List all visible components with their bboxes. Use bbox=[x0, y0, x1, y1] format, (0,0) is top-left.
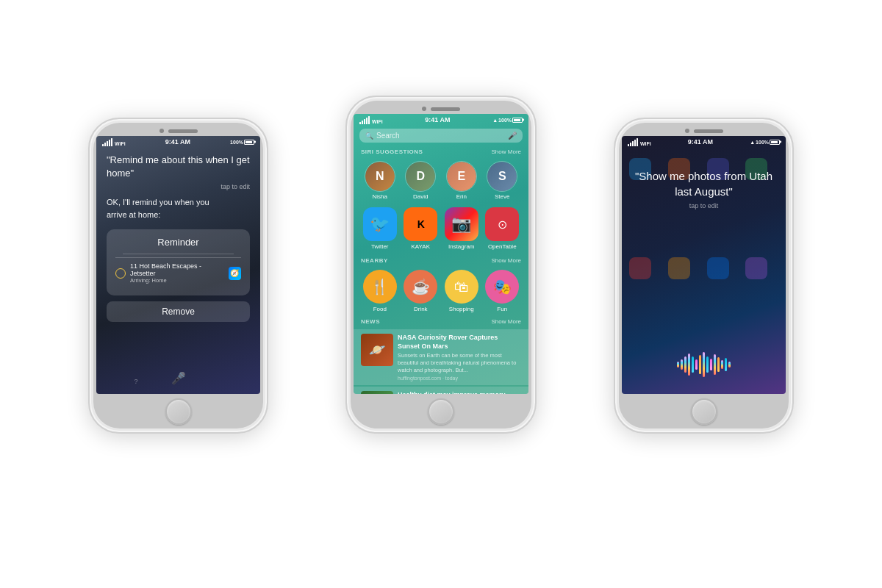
reminder-card: Reminder 11 Hot Beach Escapes - Jetsette… bbox=[107, 229, 250, 295]
phone-center-inner: WiFi 9:41 AM ▲ 100% 🔍 Search 🎤 bbox=[351, 101, 531, 429]
news-item-2[interactable]: 🥗 Healthy diet may improve memory, says … bbox=[354, 387, 528, 394]
news-thumb-img-mars: 🪐 bbox=[361, 334, 393, 366]
phone-right-inner: WiFi 9:41 AM ▲ 100% bbox=[619, 123, 789, 429]
search-text: Search bbox=[376, 132, 505, 140]
mic-icon-center[interactable]: 🎤 bbox=[508, 132, 517, 140]
news-text-mars: NASA Curiosity Rover Captures Sunset On … bbox=[398, 334, 521, 381]
reminder-item-text: 11 Hot Beach Escapes - Jetsetter bbox=[130, 262, 224, 277]
home-button-right[interactable] bbox=[691, 398, 717, 425]
nearby-label: NEARBY bbox=[361, 257, 388, 264]
show-more-nearby[interactable]: Show More bbox=[492, 257, 521, 264]
battery-right: ▲ 100% bbox=[750, 140, 780, 145]
reminder-circle bbox=[115, 268, 126, 279]
kayak-icon: K bbox=[404, 207, 437, 241]
phone-right: WiFi 9:41 AM ▲ 100% bbox=[614, 118, 794, 434]
phone-right-top bbox=[619, 123, 789, 136]
battery-pct-left: 100% bbox=[230, 140, 243, 145]
nearby-fun[interactable]: 🎭 Fun bbox=[485, 270, 519, 312]
nearby-shopping[interactable]: 🛍 Shopping bbox=[445, 270, 478, 312]
news-item-1[interactable]: 🪐 NASA Curiosity Rover Captures Sunset O… bbox=[354, 329, 528, 385]
wave-bar-12 bbox=[717, 357, 720, 372]
wave-bar-6 bbox=[695, 359, 698, 370]
time-left: 9:41 AM bbox=[165, 138, 190, 146]
news-thumbnail-health: 🥗 bbox=[361, 391, 393, 394]
tap-to-edit-left[interactable]: tap to edit bbox=[107, 183, 250, 190]
wave-bar-14 bbox=[725, 358, 727, 371]
avatar-nisha: N bbox=[365, 161, 395, 192]
nearby-label-shopping: Shopping bbox=[449, 306, 474, 312]
phone-center-top bbox=[351, 101, 531, 114]
remove-button[interactable]: Remove bbox=[107, 301, 250, 322]
contact-steve[interactable]: S Steve bbox=[487, 161, 517, 200]
phone-left-top bbox=[93, 123, 263, 136]
battery-fill-left bbox=[245, 141, 252, 143]
siri-response-left: OK, I'll remind you when you arrive at h… bbox=[107, 196, 250, 220]
nearby-label-food: Food bbox=[373, 306, 387, 312]
battery-left: 100% bbox=[230, 140, 254, 145]
reminder-item[interactable]: 11 Hot Beach Escapes - Jetsetter Arrivin… bbox=[115, 257, 241, 288]
siri-wave bbox=[622, 350, 786, 379]
siri-bottom-left: ? 🎤 bbox=[171, 371, 186, 385]
show-more-news[interactable]: Show More bbox=[492, 318, 521, 325]
tap-to-edit-right[interactable]: tap to edit bbox=[632, 202, 775, 209]
battery-icon-right bbox=[770, 140, 780, 145]
contact-david[interactable]: D David bbox=[405, 161, 436, 200]
contact-name-erin: Erin bbox=[456, 193, 467, 200]
phones-container: WiFi 9:41 AM 100% "Remind me about this … bbox=[0, 0, 882, 588]
mic-icon-left[interactable]: 🎤 bbox=[171, 371, 186, 385]
avatar-img-erin: E bbox=[447, 162, 476, 191]
nearby-label-fun: Fun bbox=[497, 306, 507, 312]
battery-icon-center bbox=[512, 118, 523, 123]
avatar-img-nisha: N bbox=[365, 162, 395, 191]
app-label-opentable: OpenTable bbox=[488, 243, 517, 250]
app-opentable[interactable]: ⊙ OpenTable bbox=[485, 207, 519, 250]
app-kayak[interactable]: K KAYAK bbox=[404, 207, 437, 250]
news-headline-mars: NASA Curiosity Rover Captures Sunset On … bbox=[398, 334, 521, 351]
battery-pct-right: 100% bbox=[756, 140, 769, 145]
siri-overlay-right: "Show me photos from Utah last August" t… bbox=[632, 154, 775, 215]
avatar-img-steve: S bbox=[487, 162, 517, 191]
phone-center: WiFi 9:41 AM ▲ 100% 🔍 Search 🎤 bbox=[345, 96, 537, 434]
avatar-img-david: D bbox=[406, 162, 435, 191]
siri-quote-left: "Remind me about this when I get home" bbox=[107, 154, 250, 180]
apps-row: 🐦 Twitter K KAYAK 📷 Instagram ⊙ OpenTabl… bbox=[354, 204, 528, 256]
wifi-right: WiFi bbox=[640, 141, 651, 146]
location-center: ▲ bbox=[492, 118, 498, 123]
contact-erin[interactable]: E Erin bbox=[446, 161, 477, 200]
wave-bar-8 bbox=[703, 352, 705, 377]
wave-bar-1 bbox=[677, 362, 679, 368]
contact-nisha[interactable]: N Nisha bbox=[365, 161, 395, 200]
avatar-david: D bbox=[405, 161, 436, 192]
nearby-drink[interactable]: ☕ Drink bbox=[404, 270, 437, 312]
wave-bar-5 bbox=[692, 356, 694, 373]
reminder-divider bbox=[123, 254, 234, 254]
app-instagram[interactable]: 📷 Instagram bbox=[445, 207, 478, 250]
safari-icon[interactable]: 🧭 bbox=[229, 267, 241, 280]
signal-right: WiFi bbox=[628, 138, 651, 146]
fun-icon: 🎭 bbox=[485, 270, 519, 304]
twitter-icon: 🐦 bbox=[363, 207, 397, 241]
home-button-left[interactable] bbox=[165, 398, 192, 425]
battery-fill-center bbox=[514, 119, 520, 121]
nearby-food[interactable]: 🍴 Food bbox=[363, 270, 397, 312]
app-label-instagram: Instagram bbox=[448, 243, 475, 250]
reminder-item-info: 11 Hot Beach Escapes - Jetsetter Arrivin… bbox=[130, 262, 224, 284]
app-twitter[interactable]: 🐦 Twitter bbox=[363, 207, 397, 250]
location-right: ▲ bbox=[750, 140, 755, 145]
show-more-suggestions[interactable]: Show More bbox=[492, 148, 521, 155]
contacts-row: N Nisha D David E Erin bbox=[354, 158, 528, 204]
phone-left: WiFi 9:41 AM 100% "Remind me about this … bbox=[88, 118, 268, 434]
home-button-center[interactable] bbox=[428, 398, 454, 425]
screen-left: WiFi 9:41 AM 100% "Remind me about this … bbox=[96, 136, 260, 394]
phone-left-inner: WiFi 9:41 AM 100% "Remind me about this … bbox=[93, 123, 263, 429]
battery-center: ▲ 100% bbox=[492, 118, 523, 123]
news-section: 🪐 NASA Curiosity Rover Captures Sunset O… bbox=[354, 328, 528, 394]
siri-content-left: "Remind me about this when I get home" t… bbox=[96, 148, 260, 394]
battery-pct-center: 100% bbox=[498, 118, 512, 123]
news-thumb-img-health: 🥗 bbox=[361, 391, 393, 394]
speaker-right bbox=[694, 129, 723, 133]
search-bar[interactable]: 🔍 Search 🎤 bbox=[359, 129, 523, 143]
news-headline-health: Healthy diet may improve memory, says st… bbox=[398, 391, 521, 394]
screen-right: WiFi 9:41 AM ▲ 100% bbox=[622, 136, 786, 394]
avatar-erin: E bbox=[446, 161, 477, 192]
